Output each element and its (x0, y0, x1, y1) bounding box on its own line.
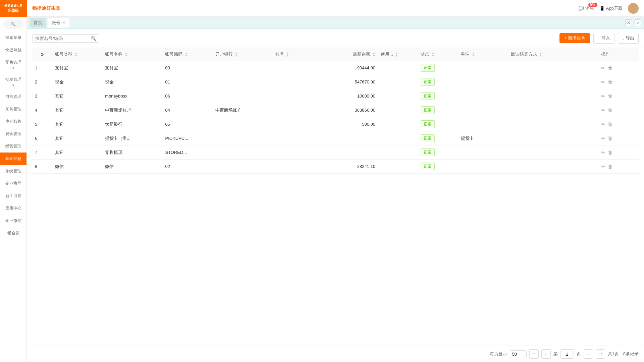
delete-icon[interactable]: 🗑 (608, 108, 612, 113)
sidebar-item-资金管理[interactable]: 资金管理 (0, 128, 26, 140)
table-row: 6 其它 提货卡（零... PICKUPC... 正常 提货卡 ✏ 🗑 (32, 131, 639, 145)
sidebar-item-label: 经营管理 (5, 143, 21, 149)
topbar-brand: 畅捷通好生意 (32, 5, 60, 11)
import-button[interactable]: ↑ 导入 (593, 33, 614, 44)
edit-icon[interactable]: ✏ (601, 150, 605, 155)
sidebar-item-畅会员[interactable]: 畅会员 (0, 227, 26, 239)
tabbar: 首页 账号 ✕ ✕ ⤢ (27, 17, 644, 29)
delete-icon[interactable]: 🗑 (608, 136, 612, 141)
row-bank (213, 61, 273, 75)
row-settle (508, 145, 598, 160)
sidebar-item-企业微信[interactable]: 企业微信 (0, 215, 26, 227)
sidebar-item-label: 采购管理 (5, 106, 21, 112)
page-first-button[interactable]: ⊢ (529, 349, 539, 359)
page-number-input[interactable] (560, 349, 574, 359)
edit-icon[interactable]: ✏ (601, 108, 605, 113)
delete-icon[interactable]: 🗑 (608, 150, 612, 155)
message-button[interactable]: 💬 消息 99+ (579, 5, 594, 11)
add-account-button[interactable]: + 新增账号 (559, 33, 590, 43)
download-label: App下载 (606, 5, 623, 11)
message-badge: 99+ (588, 3, 597, 7)
sidebar-item-新手引导[interactable]: 新手引导 (0, 190, 26, 202)
row-bank (213, 145, 273, 160)
sidebar-item-库存核算[interactable]: 库存核算 (0, 115, 26, 128)
tab-maximize-button[interactable]: ⤢ (635, 19, 641, 26)
sidebar-item-label: 电商管理 (5, 94, 21, 100)
content-toolbar: 🔍 + 新增账号 ↑ 导入 ↓ 导出 (27, 29, 644, 48)
edit-icon[interactable]: ✏ (601, 94, 605, 99)
row-actions: ✏ 🗑 (598, 75, 639, 89)
tab-account-close[interactable]: ✕ (62, 20, 65, 25)
col-code-header: 账号编码 ▲▼ (162, 48, 212, 61)
total-label: 共1页，8条记录 (608, 351, 639, 357)
sidebar-item-零售管理[interactable]: 零售管理▼ (0, 56, 26, 73)
page-prev-button[interactable]: ‹ (541, 349, 551, 359)
delete-icon[interactable]: 🗑 (608, 94, 612, 99)
row-remark (458, 61, 508, 75)
delete-icon[interactable]: 🗑 (608, 164, 612, 169)
table-row: 1 支付宝 支付宝 03 -90444.00 正常 ✏ 🗑 (32, 61, 639, 75)
search-submit-icon[interactable]: 🔍 (91, 36, 96, 41)
toolbar-right: + 新增账号 ↑ 导入 ↓ 导出 (559, 33, 639, 44)
page-suffix: 页 (577, 351, 581, 357)
row-code: 02 (162, 160, 212, 174)
row-use (378, 75, 418, 89)
tab-close-button[interactable]: ✕ (625, 19, 632, 26)
row-name: 微信 (102, 160, 162, 174)
table-row: 3 其它 moneybosx 06 10000.00 正常 ✏ 🗑 (32, 89, 639, 103)
sidebar-item-应用中心[interactable]: 应用中心 (0, 202, 26, 215)
edit-icon[interactable]: ✏ (601, 65, 605, 71)
page-last-button[interactable]: ⊣ (596, 349, 605, 359)
col-type-header: 账号类型 ▲▼ (52, 48, 102, 61)
per-page-label: 每页显示 (490, 351, 507, 357)
status-badge: 正常 (421, 120, 435, 128)
col-settings[interactable]: ⚙ (32, 48, 52, 61)
page-next-button[interactable]: › (584, 349, 593, 359)
tab-account[interactable]: 账号 ✕ (48, 18, 69, 27)
sidebar-item-批发管理[interactable]: 批发管理▼ (0, 73, 26, 90)
row-status: 正常 (418, 89, 458, 103)
col-balance-header: 最新余额 ▲▼ (323, 48, 378, 61)
delete-icon[interactable]: 🗑 (608, 122, 612, 127)
pagination: 每页显示 50 100 ⊢ ‹ 第 页 › ⊣ 共1页，8条记录 (27, 346, 644, 362)
sidebar-item-企业协同[interactable]: 企业协同 (0, 177, 26, 190)
row-account (273, 75, 323, 89)
topbar-right: 💬 消息 99+ 📱 App下载 (579, 3, 639, 14)
sidebar-item-基础信息[interactable]: 基础信息 (0, 153, 26, 165)
edit-icon[interactable]: ✏ (601, 79, 605, 85)
tab-home[interactable]: 首页 (30, 18, 46, 27)
row-settle (508, 117, 598, 131)
app-download-button[interactable]: 📱 App下载 (599, 5, 623, 11)
row-status: 正常 (418, 160, 458, 174)
search-icon: 🔍 (11, 22, 16, 26)
status-badge: 正常 (421, 106, 435, 114)
sidebar-search[interactable]: 🔍 (3, 19, 23, 29)
export-icon: ↓ (622, 36, 625, 41)
user-avatar[interactable] (628, 3, 639, 14)
content-area: 🔍 + 新增账号 ↑ 导入 ↓ 导出 ⚙ (27, 29, 644, 362)
search-box[interactable]: 🔍 (32, 34, 99, 43)
sidebar-item-系统管理[interactable]: 系统管理 (0, 165, 26, 177)
sidebar-item-快捷导航[interactable]: 快捷导航 (0, 44, 26, 56)
row-balance: 383866.00 (323, 103, 378, 117)
search-input[interactable] (35, 36, 89, 41)
sidebar-item-电商管理[interactable]: 电商管理 (0, 90, 26, 103)
sidebar-item-label: 应用中心 (5, 205, 21, 211)
edit-icon[interactable]: ✏ (601, 164, 605, 169)
edit-icon[interactable]: ✏ (601, 136, 605, 141)
delete-icon[interactable]: 🗑 (608, 65, 612, 71)
import-icon: ↑ (598, 36, 600, 41)
table-row: 8 微信 微信 02 28241.10 正常 ✏ 🗑 (32, 160, 639, 174)
row-balance: -90444.00 (323, 61, 378, 75)
brand-logo: 畅捷通好生意 乐惠版 (0, 0, 27, 17)
sidebar-item-搜索菜单[interactable]: 搜索菜单 (0, 32, 26, 44)
row-name: 中百商场账户 (102, 103, 162, 117)
export-button[interactable]: ↓ 导出 (618, 33, 639, 44)
edit-icon[interactable]: ✏ (601, 122, 605, 127)
row-status: 正常 (418, 131, 458, 145)
sidebar-item-经营管理[interactable]: 经营管理 (0, 140, 26, 153)
sidebar-item-采购管理[interactable]: 采购管理 (0, 103, 26, 115)
delete-icon[interactable]: 🗑 (608, 79, 612, 85)
per-page-select[interactable]: 50 100 (510, 350, 527, 358)
row-use (378, 131, 418, 145)
